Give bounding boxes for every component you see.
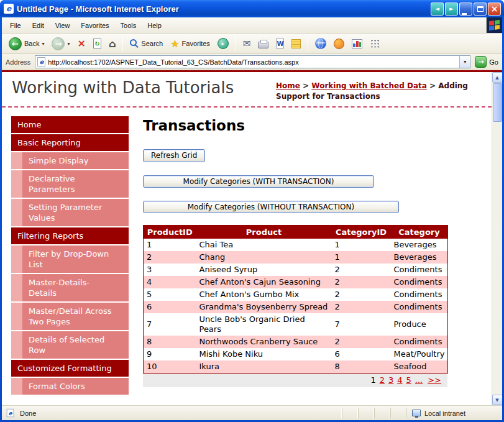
scrollbar-track[interactable] bbox=[492, 122, 502, 395]
status-bar: e Done Local intranet bbox=[2, 405, 502, 420]
grid-tool-button[interactable] bbox=[367, 37, 383, 50]
edit-button[interactable]: W bbox=[273, 37, 287, 50]
scroll-down-button[interactable]: ▼ bbox=[492, 395, 503, 405]
page-body: HomeBasic ReportingSimple DisplayDeclara… bbox=[2, 108, 492, 396]
forward-dropdown-icon[interactable]: ▾ bbox=[67, 41, 70, 47]
pager-page-5[interactable]: 5 bbox=[406, 375, 411, 385]
breadcrumb: Home > Working with Batched Data > Addin… bbox=[276, 78, 484, 103]
breadcrumb-link-home[interactable]: Home bbox=[276, 81, 300, 90]
table-cell: 8 bbox=[144, 336, 196, 348]
address-box: e ▾ bbox=[35, 55, 470, 68]
aux-left-button[interactable]: ◄ bbox=[431, 2, 444, 16]
breadcrumb-link-working-with-batched-data[interactable]: Working with Batched Data bbox=[311, 81, 426, 90]
back-button[interactable]: ← Back ▾ bbox=[6, 36, 47, 52]
address-input[interactable] bbox=[48, 56, 459, 68]
table-cell: 5 bbox=[144, 288, 196, 301]
aux-right-button[interactable]: ► bbox=[445, 2, 458, 16]
table-cell: Chef Anton's Gumbo Mix bbox=[196, 288, 332, 301]
messenger-button[interactable] bbox=[312, 37, 329, 50]
sidebar-item-basic-reporting[interactable]: Basic Reporting bbox=[11, 134, 129, 151]
go-icon: → bbox=[475, 56, 487, 68]
forward-button[interactable]: → ▾ bbox=[48, 36, 73, 52]
table-row: 10Ikura8Seafood bbox=[144, 360, 448, 374]
vertical-scrollbar[interactable]: ▲ ▼ bbox=[492, 72, 502, 405]
pager-page-4[interactable]: 4 bbox=[397, 375, 402, 385]
sidebar-item-format-colors[interactable]: Format Colors bbox=[22, 378, 129, 395]
pager-page-2[interactable]: 2 bbox=[380, 375, 385, 385]
status-pane bbox=[374, 408, 390, 418]
menu-item-favorites[interactable]: Favorites bbox=[75, 19, 114, 32]
sidebar-item-declarative-parameters[interactable]: Declarative Parameters bbox=[22, 170, 129, 198]
search-button[interactable]: Search bbox=[127, 38, 166, 49]
table-cell: 1 bbox=[144, 239, 196, 251]
sidebar-item-setting-parameter-values[interactable]: Setting Parameter Values bbox=[22, 199, 129, 226]
table-cell: 10 bbox=[144, 360, 196, 374]
sidebar-item-simple-display[interactable]: Simple Display bbox=[22, 152, 129, 169]
table-cell: 6 bbox=[144, 301, 196, 313]
im-button[interactable] bbox=[331, 37, 347, 50]
home-button[interactable]: ⌂ bbox=[106, 37, 119, 51]
table-cell: Condiments bbox=[391, 288, 448, 301]
mail-icon: ✉ bbox=[243, 38, 251, 49]
table-cell: Meat/Poultry bbox=[391, 348, 448, 360]
refresh-button[interactable]: ↻ bbox=[90, 37, 104, 50]
menu-bar: FileEditViewFavoritesToolsHelp bbox=[2, 17, 502, 34]
table-cell: Uncle Bob's Organic Dried Pears bbox=[196, 313, 332, 336]
browser-page: Working with Data Tutorials Home > Worki… bbox=[2, 72, 492, 405]
content-heading: Transactions bbox=[143, 117, 492, 134]
status-text: Done bbox=[20, 410, 36, 417]
close-button[interactable]: × bbox=[488, 2, 501, 16]
sidebar-item-master-detail-across-two-pages[interactable]: Master/Detail Across Two Pages bbox=[22, 303, 129, 330]
window-title: Untitled Page - Microsoft Internet Explo… bbox=[14, 4, 429, 14]
sidebar-item-home[interactable]: Home bbox=[11, 116, 129, 133]
print-button[interactable] bbox=[255, 38, 272, 50]
stop-button[interactable]: × bbox=[75, 37, 89, 50]
refresh-grid-button[interactable]: Refresh Grid bbox=[143, 149, 205, 162]
scrollbar-thumb[interactable] bbox=[493, 83, 502, 122]
pager-current-page: 1 bbox=[370, 375, 375, 385]
browser-window: e Untitled Page - Microsoft Internet Exp… bbox=[0, 0, 504, 422]
table-header-row: ProductIDProductCategoryIDCategory bbox=[144, 225, 448, 239]
favorites-button[interactable]: ★ Favorites bbox=[167, 37, 213, 51]
discuss-button[interactable] bbox=[288, 38, 304, 50]
address-dropdown-button[interactable]: ▾ bbox=[459, 56, 470, 68]
sidebar: HomeBasic ReportingSimple DisplayDeclara… bbox=[11, 116, 129, 396]
modify-without-transaction-button[interactable]: Modify Categories (WITHOUT TRANSACTION) bbox=[143, 201, 399, 213]
table-cell: 7 bbox=[332, 313, 391, 336]
sidebar-item-customized-formatting[interactable]: Customized Formatting bbox=[11, 360, 129, 377]
table-cell: Aniseed Syrup bbox=[196, 264, 332, 276]
research-button[interactable] bbox=[349, 38, 365, 50]
sidebar-item-details-of-selected-row[interactable]: Details of Selected Row bbox=[22, 331, 129, 359]
menu-item-edit[interactable]: Edit bbox=[27, 19, 50, 32]
scroll-up-button[interactable]: ▲ bbox=[492, 72, 503, 83]
sidebar-item-master-details-details[interactable]: Master-Details-Details bbox=[22, 274, 129, 301]
toolbar-separator bbox=[122, 36, 123, 51]
sidebar-item-filter-by-drop-down-list[interactable]: Filter by Drop-Down List bbox=[22, 245, 129, 273]
menu-item-view[interactable]: View bbox=[50, 19, 76, 32]
address-label: Address bbox=[6, 58, 30, 66]
table-cell: Beverages bbox=[391, 239, 448, 251]
mail-button[interactable]: ✉ bbox=[240, 37, 254, 50]
pager-page-3[interactable]: 3 bbox=[388, 375, 393, 385]
pager-next[interactable]: >> bbox=[428, 375, 441, 385]
minimize-button[interactable] bbox=[459, 2, 472, 16]
favorites-star-icon: ★ bbox=[170, 38, 179, 50]
menu-item-help[interactable]: Help bbox=[142, 19, 167, 32]
table-cell: Produce bbox=[391, 313, 448, 336]
sidebar-item-filtering-reports[interactable]: Filtering Reports bbox=[11, 227, 129, 244]
table-cell: 9 bbox=[144, 348, 196, 360]
menu-item-file[interactable]: File bbox=[4, 19, 27, 32]
table-cell: Seafood bbox=[391, 360, 448, 374]
table-row: 1Chai Tea1Beverages bbox=[144, 239, 448, 251]
maximize-button[interactable] bbox=[474, 2, 487, 16]
media-button[interactable]: ▸ bbox=[214, 37, 232, 50]
table-cell: 4 bbox=[144, 276, 196, 288]
home-icon: ⌂ bbox=[109, 38, 116, 50]
menu-items: FileEditViewFavoritesToolsHelp bbox=[4, 22, 167, 29]
back-dropdown-icon[interactable]: ▾ bbox=[42, 41, 44, 47]
go-button[interactable]: → Go bbox=[475, 56, 498, 68]
pager: 12345...>> bbox=[143, 374, 447, 387]
pager-ellipsis[interactable]: ... bbox=[415, 375, 423, 385]
menu-item-tools[interactable]: Tools bbox=[115, 19, 142, 32]
modify-with-transaction-button[interactable]: Modify Categories (WITH TRANSACTION) bbox=[143, 175, 374, 188]
